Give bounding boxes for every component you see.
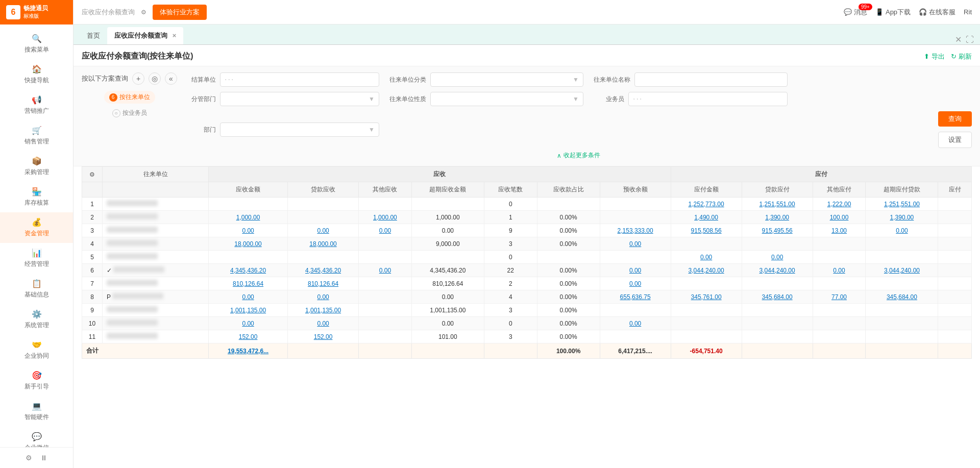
- dept-manager-input[interactable]: ▼: [220, 92, 379, 106]
- scheme-icon-2: ○: [112, 109, 120, 117]
- online-service-btn[interactable]: 🎧 在线客服: [919, 8, 955, 17]
- sidebar-item-marketing[interactable]: 📢营销推广: [0, 90, 73, 120]
- collab-icon: 🤝: [32, 340, 42, 350]
- sidebar-item-label: 搜索菜单: [24, 45, 49, 54]
- table-row: 101,252,773.001,251,551.001,222.001,251,…: [82, 198, 972, 211]
- footer-empty-6: [813, 343, 866, 359]
- table-row: 21,000.001,000.001,000.0010.00%1,490.001…: [82, 211, 972, 224]
- sidebar-item-collab[interactable]: 🤝企业协同: [0, 335, 73, 365]
- th-pay-amount: 应付金额: [671, 182, 742, 198]
- settlement-unit-input[interactable]: ···: [220, 72, 379, 87]
- purchase-icon: 📦: [32, 156, 42, 166]
- sidebar-item-label: 系统管理: [24, 321, 49, 330]
- top-bar-right: 💬 消息 99+ 📱 App下载 🎧 在线客服 Rit: [844, 8, 972, 17]
- sidebar-item-wechat[interactable]: 💬企业微信: [0, 427, 73, 447]
- app-logo: 6 畅捷通贝 标准版: [0, 0, 73, 24]
- table-row: 30.000.000.000.0090.00%2,153,333.00915,5…: [82, 224, 972, 237]
- footer-recv-pct: 100.00%: [537, 343, 600, 359]
- sidebar-item-finance[interactable]: 💰资金管理: [0, 212, 73, 243]
- sidebar-item-inventory[interactable]: 🏪库存核算: [0, 182, 73, 212]
- close-window-icon[interactable]: ✕: [955, 35, 962, 44]
- refresh-icon: ↻: [951, 53, 957, 60]
- search-icon: 🔍: [32, 34, 42, 43]
- dept-input[interactable]: ▼: [220, 122, 379, 137]
- table-row: 418,000.0018,000.009,000.0030.00%0.00: [82, 237, 972, 251]
- table-row: 91,001,135.001,001,135.001,001,135.0030.…: [82, 304, 972, 317]
- sidebar-item-guide[interactable]: 🎯新手引导: [0, 365, 73, 396]
- sales-icon: 🛒: [32, 126, 42, 135]
- salesman-input[interactable]: ···: [628, 92, 788, 106]
- sidebar-item-sales[interactable]: 🛒销售管理: [0, 120, 73, 151]
- th-prepaid: 预收余额: [600, 182, 671, 198]
- export-icon: ⬆: [924, 53, 929, 60]
- export-btn[interactable]: ⬆ 导出: [924, 52, 945, 61]
- table-row: 11152.00152.00101.0030.00%: [82, 330, 972, 343]
- basic-icon: 📋: [32, 279, 42, 288]
- sidebar-item-label: 营销推广: [24, 107, 49, 115]
- sidebar-item-system[interactable]: ⚙️系统管理: [0, 304, 73, 335]
- table-row: 8P 0.000.000.0040.00%655,636.75345,761.0…: [82, 290, 972, 304]
- dept-label: 部门: [185, 126, 216, 134]
- field-unit-name: 往来单位名称: [594, 72, 788, 87]
- collapse-icon[interactable]: ⏸: [40, 454, 47, 462]
- sidebar-item-label: 库存核算: [24, 199, 49, 207]
- sidebar-item-quicknav[interactable]: 🏠快捷导航: [0, 59, 73, 90]
- footer-empty-8: [938, 343, 972, 359]
- footer-empty-1: [288, 343, 359, 359]
- app-download-btn[interactable]: 📱 App下载: [875, 8, 911, 17]
- scheme-by-unit[interactable]: 6 按往来单位: [104, 91, 155, 104]
- sidebar-item-label: 销售管理: [24, 137, 49, 146]
- industry-btn[interactable]: 体验行业方案: [153, 5, 207, 20]
- th-pay: 应付: [938, 182, 972, 198]
- tab-home[interactable]: 首页: [80, 27, 107, 44]
- footer-empty-4: [484, 343, 537, 359]
- unit-category-input[interactable]: ▼: [430, 72, 583, 87]
- field-unit-nature: 往来单位性质 ▼: [389, 92, 583, 106]
- sidebar-item-basic[interactable]: 📋基础信息: [0, 274, 73, 304]
- field-dept: 部门 ▼: [185, 122, 379, 137]
- user-info[interactable]: Rit: [964, 8, 972, 16]
- unit-name-input[interactable]: [634, 72, 788, 87]
- action-btn-group: 查询 设置: [938, 111, 972, 148]
- expand-window-icon[interactable]: ⛶: [966, 35, 974, 44]
- th-recv-count: 应收笔数: [484, 182, 537, 198]
- settings-icon[interactable]: ⚙: [26, 454, 32, 462]
- tab-ar-ap[interactable]: 应收应付余额查询 ×: [107, 27, 183, 44]
- message-btn[interactable]: 💬 消息 99+: [844, 8, 867, 17]
- query-button[interactable]: 查询: [938, 111, 972, 127]
- sidebar-item-search[interactable]: 🔍搜索菜单: [0, 29, 73, 59]
- footer-empty-5: [742, 343, 813, 359]
- collapse-icon-up: ∧: [557, 152, 561, 159]
- filter-collapse-btn[interactable]: «: [165, 72, 177, 85]
- th-loan-pay: 贷款应付: [742, 182, 813, 198]
- top-bar-left: 应收应付余额查询 ⚙ 体验行业方案: [82, 5, 844, 20]
- filter-config-btn[interactable]: ◎: [149, 72, 161, 85]
- unit-nature-input[interactable]: ▼: [430, 92, 583, 106]
- sidebar-item-hardware[interactable]: 💻智能硬件: [0, 396, 73, 427]
- filter-row-1: 结算单位 ··· 往来单位分类 ▼: [185, 72, 972, 87]
- collapse-btn[interactable]: ∧ 收起更多条件: [185, 148, 972, 160]
- table-header-row: 应收金额 贷款应收 其他应收 超期应收金额 应收笔数 应收款占比 预收余额 应付…: [82, 182, 972, 198]
- scheme-selector: 按以下方案查询 + ◎ « 6 按往来单位 ○ 按业务员: [82, 72, 177, 160]
- sidebar-item-operations[interactable]: 📊经营管理: [0, 243, 73, 274]
- th-no: ⚙: [82, 167, 103, 182]
- sidebar-item-label: 资金管理: [24, 229, 49, 238]
- sidebar-item-purchase[interactable]: 📦采购管理: [0, 151, 73, 182]
- th-loan-recv: 贷款应收: [288, 182, 359, 198]
- message-icon: 💬: [844, 8, 852, 16]
- sidebar-item-label: 企业协同: [24, 352, 49, 360]
- scheme-by-salesman[interactable]: ○ 按业务员: [107, 107, 152, 119]
- gear-icon[interactable]: ⚙: [139, 7, 149, 18]
- settings-icon-table[interactable]: ⚙: [89, 171, 95, 178]
- wechat-icon: 💬: [32, 432, 42, 441]
- field-salesman: 业务员 ···: [594, 92, 788, 106]
- footer-total-recv: 19,553,472,6...: [209, 343, 288, 359]
- refresh-btn[interactable]: ↻ 刷新: [951, 52, 972, 61]
- filter-add-btn[interactable]: +: [132, 72, 144, 85]
- page-header-actions: ⬆ 导出 ↻ 刷新: [924, 52, 972, 61]
- th-unit-group: 往来单位: [103, 167, 209, 182]
- tab-close-icon[interactable]: ×: [173, 32, 177, 39]
- field-unit-category: 往来单位分类 ▼: [389, 72, 583, 87]
- setting-button[interactable]: 设置: [938, 132, 972, 148]
- table-body: 101,252,773.001,251,551.001,222.001,251,…: [82, 198, 972, 343]
